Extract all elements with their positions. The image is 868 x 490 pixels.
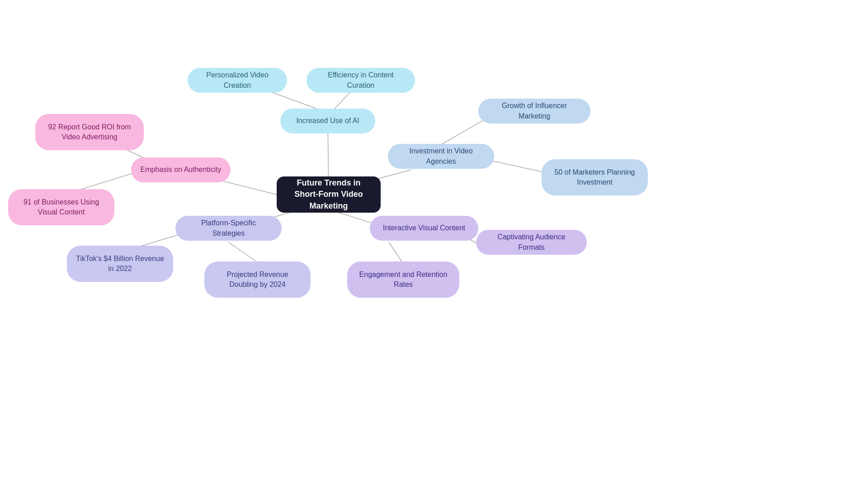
node-platform-strategies: Platform-Specific Strategies [175,216,282,241]
node-growth-influencer: Growth of Influencer Marketing [478,99,590,124]
node-roi-video: 92 Report Good ROI from Video Advertisin… [35,114,144,150]
center-node: Future Trends in Short-Form Video Market… [277,176,381,213]
node-increased-ai: Increased Use of AI [280,109,375,133]
node-captivating-formats: Captivating Audience Formats [476,230,587,255]
node-projected-revenue: Projected Revenue Doubling by 2024 [204,262,311,298]
node-emphasis-authenticity: Emphasis on Authenticity [131,157,231,182]
node-marketers-planning: 50 of Marketers Planning Investment [542,159,648,195]
node-personalized-video: Personalized Video Creation [188,68,287,93]
node-investment-video: Investment in Video Agencies [388,144,494,169]
node-engagement-retention: Engagement and Retention Rates [347,262,459,298]
node-tiktok-revenue: TikTok's $4 Billion Revenue in 2022 [67,246,173,282]
svg-line-8 [228,242,258,262]
connections-svg [0,0,868,490]
node-interactive-visual: Interactive Visual Content [370,216,478,241]
node-businesses-visual: 91 of Businesses Using Visual Content [8,189,114,225]
svg-line-10 [389,242,402,262]
mind-map: Future Trends in Short-Form Video Market… [0,0,868,490]
node-efficiency-content: Efficiency in Content Curation [307,68,415,93]
